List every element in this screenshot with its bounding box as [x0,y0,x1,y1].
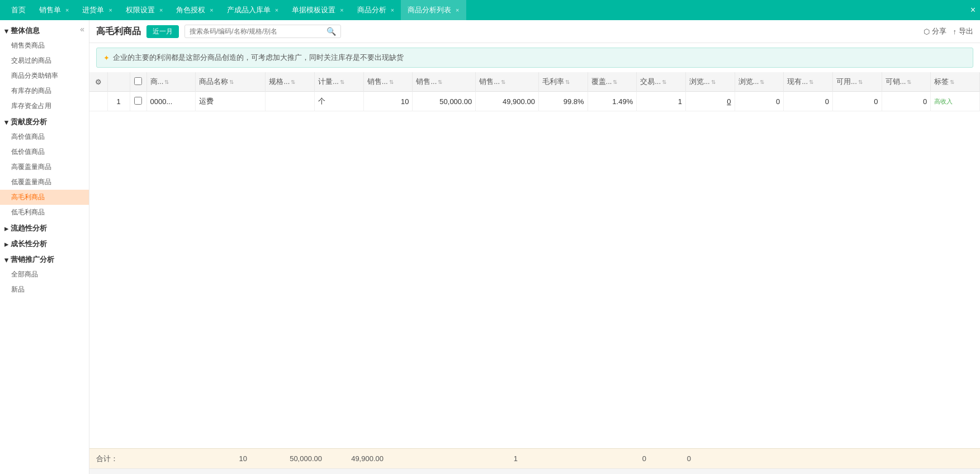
sort-icon-transaction: ⇅ [662,79,666,85]
th-code[interactable]: 商...⇅ [146,72,196,92]
page-title: 高毛利商品 [96,26,141,37]
horizontal-scrollbar[interactable] [89,468,980,474]
nav-template-settings[interactable]: 单据模板设置 × [285,0,350,20]
td-coverage: 1.49% [588,92,637,111]
sidebar-group-growth[interactable]: ▸ 成长性分析 [0,236,89,251]
th-coverage[interactable]: 覆盖...⇅ [588,72,637,92]
td-index: 1 [107,92,130,111]
footer-spacer1 [387,454,476,463]
th-browse2[interactable]: 浏览...⇅ [735,72,784,92]
th-gross-margin[interactable]: 毛利率⇅ [538,72,588,92]
th-name[interactable]: 商品名称⇅ [196,72,266,92]
table-container[interactable]: ⚙ 商...⇅ 商品名称⇅ 规格...⇅ [89,72,980,448]
top-navigation: 首页 销售单 × 进货单 × 权限设置 × 角色授权 × 产成品入库单 × 单据… [0,0,980,20]
nav-template-settings-close[interactable]: × [340,7,343,13]
footer-cells: 10 50,000.00 49,900.00 1 0 0 [208,454,973,463]
nav-role-auth[interactable]: 角色授权 × [169,0,220,20]
td-unit: 个 [315,92,364,111]
footer-sales-qty: 10 [208,454,264,463]
sidebar-item-sales-goods[interactable]: 销售类商品 [0,38,89,53]
sort-icon-available: ⇅ [858,79,863,85]
nav-purchase-order-close[interactable]: × [108,7,112,13]
search-icon[interactable]: 🔍 [326,27,336,36]
sidebar-item-high-coverage[interactable]: 高覆盖量商品 [0,159,89,175]
sidebar-group-overall[interactable]: ▾ 整体信息 [0,22,89,38]
sidebar-group-contribution[interactable]: ▾ 贡献度分析 [0,114,89,129]
nav-product-warehousing-close[interactable]: × [275,7,278,13]
nav-sales-order[interactable]: 销售单 × [32,0,75,20]
sidebar-item-high-margin[interactable]: 高毛利商品 [0,190,89,205]
nav-home[interactable]: 首页 [4,0,32,20]
th-spec[interactable]: 规格...⇅ [266,72,315,92]
th-current-stock[interactable]: 现有...⇅ [784,72,833,92]
th-transaction[interactable]: 交易...⇅ [637,72,686,92]
sidebar-item-low-value[interactable]: 低价值商品 [0,144,89,159]
td-gross-margin: 99.8% [538,92,588,111]
nav-sales-order-close[interactable]: × [65,7,69,13]
sidebar-item-low-margin[interactable]: 低毛利商品 [0,205,89,220]
sidebar-item-low-coverage[interactable]: 低覆盖量商品 [0,175,89,190]
sort-icon-sales-cost: ⇅ [501,79,505,85]
th-sales-cost[interactable]: 销售...⇅ [476,72,539,92]
sort-icon-browse1: ⇅ [711,79,716,85]
th-available[interactable]: 可用...⇅ [832,72,882,92]
footer-spacer2 [521,454,605,463]
nav-product-analysis[interactable]: 商品分析 × [351,0,401,20]
sidebar-group-trend[interactable]: ▸ 流趋性分析 [0,220,89,236]
export-btn[interactable]: ↑ 导出 [953,26,974,36]
nav-product-analysis-list-close[interactable]: × [456,7,459,13]
th-tag[interactable]: 标签⇅ [931,72,980,92]
sidebar-item-high-value[interactable]: 高价值商品 [0,129,89,144]
sidebar-item-in-stock-goods[interactable]: 有库存的商品 [0,83,89,98]
share-btn[interactable]: ⬡ 分享 [924,26,946,36]
sidebar-item-category-sales-rate[interactable]: 商品分类助销率 [0,68,89,83]
th-sales-qty[interactable]: 销售...⇅ [363,72,413,92]
th-unit[interactable]: 计量...⇅ [315,72,364,92]
nav-purchase-order[interactable]: 进货单 × [75,0,119,20]
close-all-tabs[interactable]: × [970,6,976,15]
th-checkbox[interactable] [130,72,146,92]
td-browse1[interactable]: 0 [685,92,735,111]
footer-sales-amount: 50,000.00 [264,454,325,463]
sidebar-item-all-goods[interactable]: 全部商品 [0,267,89,282]
td-name: 运费 [196,92,266,111]
share-icon: ⬡ [924,27,930,36]
sidebar-item-stock-capital[interactable]: 库存资金占用 [0,98,89,114]
select-all-checkbox[interactable] [134,77,142,85]
th-settings[interactable]: ⚙ [89,72,107,92]
sidebar-group-marketing[interactable]: ▾ 营销推广分析 [0,251,89,267]
sidebar-item-new-goods[interactable]: 新品 [0,282,89,297]
td-checkbox[interactable] [130,92,146,111]
sort-icon-gross-margin: ⇅ [565,79,570,85]
row-checkbox[interactable] [134,97,142,105]
footer-current-stock: 0 [605,454,650,463]
sidebar-collapse-btn[interactable]: « [80,25,84,34]
sort-icon-spec: ⇅ [291,79,295,85]
info-banner: ✦ 企业的主要的利润都是这部分商品创造的，可考虑加大推广，同时关注库存是不要出现… [96,48,973,68]
nav-product-analysis-list[interactable]: 商品分析列表 × [401,0,466,20]
td-available: 0 [832,92,882,111]
footer-label: 合计： [96,454,208,464]
search-input[interactable] [190,27,324,35]
sort-icon-current-stock: ⇅ [809,79,813,85]
th-sellable[interactable]: 可销...⇅ [882,72,931,92]
data-table: ⚙ 商...⇅ 商品名称⇅ 规格...⇅ [89,72,980,111]
content-header: 高毛利商品 近一月 🔍 ⬡ 分享 ↑ 导出 [89,20,980,43]
nav-permission-settings-close[interactable]: × [159,7,163,13]
settings-icon: ⚙ [95,78,102,86]
main-layout: « ▾ 整体信息 销售类商品 交易过的商品 商品分类助销率 有库存的商品 库存资… [0,20,980,474]
th-index [107,72,130,92]
chevron-right-icon: ▸ [4,224,8,233]
nav-product-analysis-close[interactable]: × [391,7,394,13]
th-sales-amount[interactable]: 销售...⇅ [413,72,476,92]
period-btn[interactable]: 近一月 [146,25,179,38]
sidebar-item-traded-goods[interactable]: 交易过的商品 [0,53,89,68]
td-tag: 高收入 [931,92,980,111]
sort-icon-coverage: ⇅ [613,79,617,85]
sort-icon-sales-amount: ⇅ [438,79,442,85]
th-browse1[interactable]: 浏览...⇅ [685,72,735,92]
tag-badge: 高收入 [934,98,953,105]
nav-permission-settings[interactable]: 权限设置 × [119,0,169,20]
nav-product-warehousing[interactable]: 产成品入库单 × [220,0,285,20]
nav-role-auth-close[interactable]: × [210,7,213,13]
